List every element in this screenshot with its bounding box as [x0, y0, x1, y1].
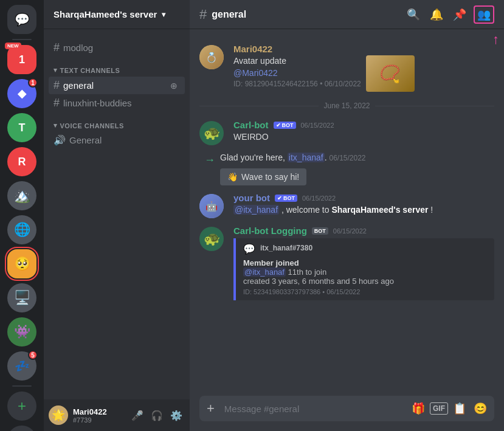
gif-button[interactable]: GIF	[430, 402, 448, 415]
username: Mari0422	[73, 407, 124, 416]
user-discriminator: #7739	[73, 416, 124, 424]
server-header[interactable]: SharqaHameed's server ▾	[44, 0, 190, 29]
explore-button[interactable]: 🧭	[7, 426, 36, 431]
hash-icon: #	[54, 41, 60, 54]
voice-channels-label: VOICE CHANNELS	[60, 122, 124, 129]
embed-user-id: itx_hanaf#7380	[260, 244, 312, 252]
channel-name-modlog: modlog	[63, 43, 93, 53]
emoji-icon[interactable]: 😊	[471, 399, 489, 418]
embed-footer: ID: 523419803373797386 • 06/15/2022	[243, 288, 487, 295]
channel-name-general: general	[63, 80, 94, 91]
message-author: your bot	[233, 193, 270, 203]
avatar: 🤖	[199, 194, 224, 218]
server-divider-2	[12, 385, 32, 387]
message-author: Mari0422	[233, 44, 272, 54]
server-icon-monitor[interactable]: 🖥️	[7, 283, 36, 312]
message-author: Carl-bot Logging	[233, 226, 307, 236]
server-icon-creeper[interactable]: 👾	[7, 317, 36, 347]
header-icons: 🔍 🔔 📌 👥	[404, 5, 494, 24]
message-image: 📿	[366, 55, 415, 92]
avatar: 🐢	[199, 227, 224, 251]
embed-mention: @itx_hanaf	[243, 267, 286, 277]
mute-button[interactable]: 🎤	[129, 407, 146, 424]
gift-icon[interactable]: 🎁	[409, 399, 427, 418]
input-area: + 🎁 GIF 📋 😊	[190, 396, 504, 431]
message-author: Carl-bot	[233, 120, 269, 130]
text-channels-label: TEXT CHANNELS	[60, 67, 120, 74]
server-icon-purple[interactable]: ◆ 1	[7, 79, 36, 108]
system-mention: itx_hanaf	[288, 153, 325, 162]
server-new-badge: NEW	[5, 43, 21, 49]
voice-channel-name: General	[69, 135, 102, 145]
user-avatar[interactable]: 🌟	[49, 405, 68, 425]
message-content: Carl-bot ✔ BOT 06/15/2022 WEIRDO	[233, 120, 494, 145]
avatar: 🐢	[199, 121, 224, 145]
discord-home-button[interactable]: 💬	[7, 5, 36, 34]
pin-icon[interactable]: 📌	[450, 5, 469, 24]
dropdown-chevron: ▾	[162, 10, 165, 19]
sticker-icon[interactable]: 📋	[450, 399, 469, 418]
message-text: @itx_hanaf , welcome to SharqaHameed's s…	[233, 204, 494, 216]
channel-item-linuxhint[interactable]: # linuxhint-buddies	[49, 94, 185, 112]
server-badge: 1	[28, 78, 38, 88]
voice-channels-category[interactable]: ▾ VOICE CHANNELS	[44, 112, 190, 132]
voice-collapse-icon: ▾	[54, 122, 58, 129]
user-settings-button[interactable]: ⚙️	[168, 407, 185, 424]
user-controls: 🎤 🎧 ⚙️	[129, 407, 185, 424]
server-badge-z: 5	[28, 350, 38, 360]
wave-button-label: Wave to say hi!	[241, 172, 299, 182]
bot-badge: ✔ BOT	[275, 195, 297, 202]
system-message-group: → Glad you're here, itx_hanaf. 06/15/202…	[190, 150, 504, 188]
channel-hash-icon: #	[199, 7, 207, 22]
channel-item-general[interactable]: # general ⊕	[49, 77, 185, 94]
search-icon[interactable]: 🔍	[404, 5, 423, 24]
server-icon-z[interactable]: 💤 5	[7, 351, 36, 381]
channel-item-voice-general[interactable]: 🔊 General	[49, 132, 185, 148]
table-row: 🐢 Carl-bot Logging BOT 06/15/2022 💬 itx_…	[190, 223, 504, 303]
channel-name-linuxhint: linuxhint-buddies	[63, 98, 132, 108]
bell-icon[interactable]: 🔔	[427, 5, 446, 24]
message-text: WEIRDO	[233, 131, 494, 143]
main-content: # general 🔍 🔔 📌 👥 ↑ 💍 Mari0422	[190, 0, 504, 431]
date-divider: June 15, 2022	[190, 97, 504, 115]
message-input[interactable]	[222, 396, 404, 421]
input-icons: 🎁 GIF 📋 😊	[409, 399, 489, 418]
mention: @itx_hanaf	[233, 205, 279, 215]
server-icon-globe[interactable]: 🌐	[7, 215, 36, 244]
server-list: 💬 1 NEW ◆ 1 T R 🏔️ 🌐 🥺 🖥️ 👾 💤 5	[0, 0, 44, 431]
wave-button[interactable]: 👋 Wave to say hi!	[220, 168, 306, 185]
bold-text: SharqaHameed's server	[331, 205, 428, 215]
hash-icon-general: #	[54, 79, 60, 92]
server-icon-landscape[interactable]: 🏔️	[7, 181, 36, 210]
message-content: Carl-bot Logging BOT 06/15/2022 💬 itx_ha…	[233, 226, 494, 300]
server-icon-emoji[interactable]: 🥺	[7, 249, 36, 278]
channel-list: # modlog ▾ TEXT CHANNELS # general ⊕ # l…	[44, 29, 190, 399]
table-row: 🤖 your bot ✔ BOT 06/15/2022 @itx_hanaf ,…	[190, 190, 504, 221]
server-icon-R[interactable]: R	[7, 147, 36, 176]
message-id-line: ID: 981290415246422156 • 06/10/2022	[233, 79, 361, 89]
channel-item-modlog[interactable]: # modlog	[49, 39, 185, 57]
server-divider	[12, 39, 32, 40]
channel-header: # general 🔍 🔔 📌 👥	[190, 0, 504, 29]
embed-description: @itx_hanaf 11th to join	[243, 267, 487, 277]
system-arrow-icon: →	[204, 154, 215, 167]
message-content: your bot ✔ BOT 06/15/2022 @itx_hanaf , w…	[233, 193, 494, 218]
wave-emoji: 👋	[227, 172, 238, 182]
user-info: Mari0422 #7739	[73, 407, 124, 424]
add-member-icon[interactable]: ⊕	[168, 81, 180, 91]
add-server-button[interactable]: +	[7, 391, 36, 421]
deafen-button[interactable]: 🎧	[148, 407, 165, 424]
channel-sidebar: SharqaHameed's server ▾ # modlog ▾ TEXT …	[44, 0, 190, 431]
bot-badge: ✔ BOT	[274, 122, 296, 129]
text-channels-category[interactable]: ▾ TEXT CHANNELS	[44, 57, 190, 77]
embed-icon: 💬	[243, 243, 255, 255]
system-message-text: Glad you're here, itx_hanaf. 06/15/2022	[220, 153, 366, 162]
server-icon-T[interactable]: T	[7, 113, 36, 142]
server-icon-new[interactable]: 1 NEW	[7, 45, 36, 74]
message-input-wrapper: + 🎁 GIF 📋 😊	[199, 396, 494, 421]
message-text: Avatar update	[233, 55, 361, 67]
table-row: 💍 Mari0422 Avatar update @Mari0422	[190, 41, 504, 94]
members-icon[interactable]: 👥	[474, 5, 494, 24]
attach-file-button[interactable]: +	[204, 396, 217, 421]
messages-area[interactable]: 💍 Mari0422 Avatar update @Mari0422	[190, 29, 504, 396]
